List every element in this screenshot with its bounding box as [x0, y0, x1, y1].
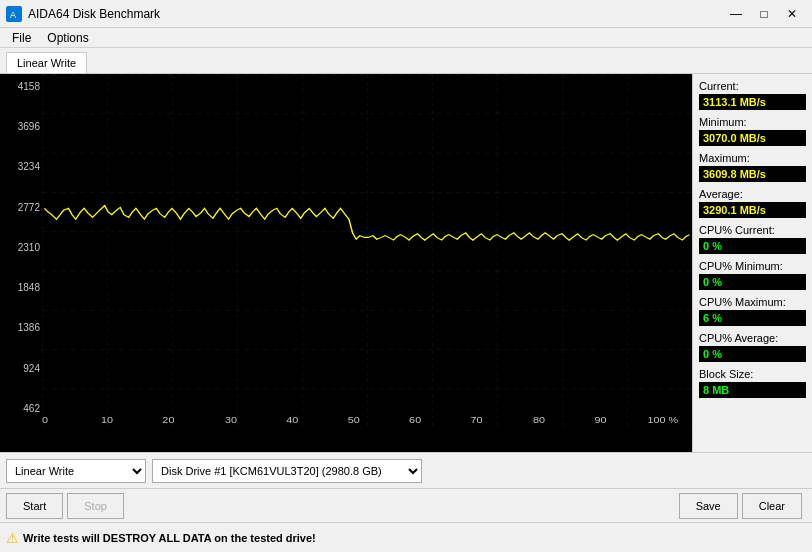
- svg-text:30: 30: [225, 416, 237, 425]
- cpu-minimum-label: CPU% Minimum:: [699, 260, 806, 272]
- minimize-button[interactable]: —: [722, 4, 750, 24]
- y-label-6: 1386: [2, 323, 40, 333]
- stats-panel: Current: 3113.1 MB/s Minimum: 3070.0 MB/…: [692, 74, 812, 452]
- svg-text:90: 90: [594, 416, 606, 425]
- current-label: Current:: [699, 80, 806, 92]
- stat-cpu-average: CPU% Average: 0 %: [699, 332, 806, 362]
- maximum-value: 3609.8 MB/s: [699, 166, 806, 182]
- svg-text:20: 20: [162, 416, 174, 425]
- controls-row: Linear Write Disk Drive #1 [KCM61VUL3T20…: [0, 452, 812, 488]
- stat-current: Current: 3113.1 MB/s: [699, 80, 806, 110]
- drive-dropdown[interactable]: Disk Drive #1 [KCM61VUL3T20] (2980.8 GB): [152, 459, 422, 483]
- svg-text:80: 80: [533, 416, 545, 425]
- svg-text:40: 40: [286, 416, 298, 425]
- current-value: 3113.1 MB/s: [699, 94, 806, 110]
- menu-file[interactable]: File: [4, 28, 39, 47]
- stat-cpu-current: CPU% Current: 0 %: [699, 224, 806, 254]
- save-button[interactable]: Save: [679, 493, 738, 519]
- cpu-maximum-label: CPU% Maximum:: [699, 296, 806, 308]
- svg-text:60: 60: [409, 416, 421, 425]
- start-button[interactable]: Start: [6, 493, 63, 519]
- app-icon: A: [6, 6, 22, 22]
- chart-svg: 0 10 20 30 40 50 60 70 80 90 100 %: [42, 74, 692, 428]
- menu-bar: File Options: [0, 28, 812, 48]
- svg-text:50: 50: [348, 416, 360, 425]
- average-value: 3290.1 MB/s: [699, 202, 806, 218]
- block-size-value: 8 MB: [699, 382, 806, 398]
- block-size-label: Block Size:: [699, 368, 806, 380]
- stat-maximum: Maximum: 3609.8 MB/s: [699, 152, 806, 182]
- clear-button[interactable]: Clear: [742, 493, 802, 519]
- cpu-maximum-value: 6 %: [699, 310, 806, 326]
- y-label-8: 462: [2, 404, 40, 414]
- cpu-average-label: CPU% Average:: [699, 332, 806, 344]
- stat-cpu-minimum: CPU% Minimum: 0 %: [699, 260, 806, 290]
- stat-minimum: Minimum: 3070.0 MB/s: [699, 116, 806, 146]
- svg-text:70: 70: [471, 416, 483, 425]
- stop-button[interactable]: Stop: [67, 493, 124, 519]
- y-axis: 4158 3696 3234 2772 2310 1848 1386 924 4…: [0, 74, 42, 452]
- window-controls: — □ ✕: [722, 4, 806, 24]
- minimum-label: Minimum:: [699, 116, 806, 128]
- y-label-2: 3234: [2, 162, 40, 172]
- y-label-0: 4158: [2, 82, 40, 92]
- y-label-4: 2310: [2, 243, 40, 253]
- y-label-7: 924: [2, 364, 40, 374]
- maximum-label: Maximum:: [699, 152, 806, 164]
- warning-icon: ⚠: [6, 530, 19, 546]
- svg-text:0: 0: [42, 416, 48, 425]
- svg-rect-6: [42, 74, 692, 428]
- button-bar: Start Stop Save Clear: [0, 488, 812, 522]
- close-button[interactable]: ✕: [778, 4, 806, 24]
- maximize-button[interactable]: □: [750, 4, 778, 24]
- stat-block-size: Block Size: 8 MB: [699, 368, 806, 398]
- main-content: 4158 3696 3234 2772 2310 1848 1386 924 4…: [0, 74, 812, 452]
- y-label-3: 2772: [2, 203, 40, 213]
- y-label-5: 1848: [2, 283, 40, 293]
- title-bar: A AIDA64 Disk Benchmark — □ ✕: [0, 0, 812, 28]
- chart-area: 4158 3696 3234 2772 2310 1848 1386 924 4…: [0, 74, 692, 452]
- cpu-minimum-value: 0 %: [699, 274, 806, 290]
- svg-text:10: 10: [101, 416, 113, 425]
- menu-options[interactable]: Options: [39, 28, 96, 47]
- stat-cpu-maximum: CPU% Maximum: 6 %: [699, 296, 806, 326]
- y-label-1: 3696: [2, 122, 40, 132]
- minimum-value: 3070.0 MB/s: [699, 130, 806, 146]
- tab-linear-write[interactable]: Linear Write: [6, 52, 87, 73]
- stat-average: Average: 3290.1 MB/s: [699, 188, 806, 218]
- svg-text:100 %: 100 %: [647, 416, 678, 425]
- warning-text: Write tests will DESTROY ALL DATA on the…: [23, 532, 316, 544]
- tab-bar: Linear Write: [0, 48, 812, 74]
- average-label: Average:: [699, 188, 806, 200]
- warning-bar: ⚠ Write tests will DESTROY ALL DATA on t…: [0, 522, 812, 552]
- cpu-current-value: 0 %: [699, 238, 806, 254]
- window-title: AIDA64 Disk Benchmark: [28, 7, 160, 21]
- test-type-dropdown[interactable]: Linear Write: [6, 459, 146, 483]
- cpu-average-value: 0 %: [699, 346, 806, 362]
- cpu-current-label: CPU% Current:: [699, 224, 806, 236]
- svg-text:A: A: [10, 10, 16, 20]
